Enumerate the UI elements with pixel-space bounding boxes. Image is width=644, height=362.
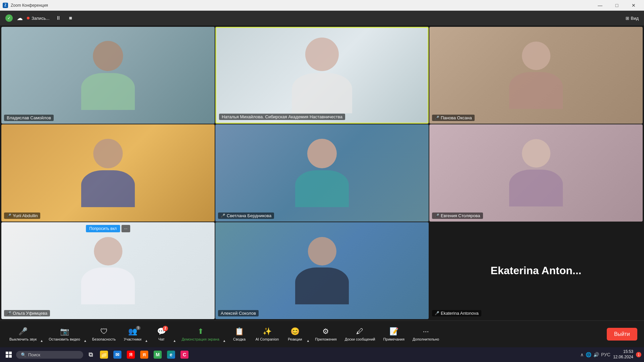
participant-name-olga: 🎤 Ольга Уфимцева bbox=[4, 310, 50, 316]
stop-recording-button[interactable]: ■ bbox=[67, 14, 74, 22]
cloud-icon: ☁ bbox=[17, 14, 23, 22]
notification-count[interactable]: 1 bbox=[636, 352, 641, 357]
titlebar-left: Z Zoom Конференция bbox=[3, 3, 48, 8]
mail-icon: ✉ bbox=[113, 351, 121, 359]
request-enable-button[interactable]: Попросить вкл bbox=[86, 225, 120, 232]
apps-button[interactable]: ⚙ Приложения bbox=[312, 326, 339, 343]
participant-name-yurii: 🎤 Yurii Abdullin bbox=[4, 213, 40, 219]
clock[interactable]: 15:53 12.06.2024 bbox=[613, 349, 633, 360]
close-button[interactable]: ✕ bbox=[626, 0, 641, 11]
ai-icon: ✨ bbox=[263, 327, 272, 336]
chat-icon: 💬 2 bbox=[157, 327, 166, 336]
ai-companion-button[interactable]: ✨ AI Companion bbox=[253, 326, 282, 343]
summary-icon: 📋 bbox=[235, 327, 244, 336]
titlebar: Z Zoom Конференция — □ ✕ bbox=[0, 0, 644, 11]
participant-name-svetlana: 🎤 Светлана Бердникова bbox=[218, 213, 274, 219]
search-placeholder: Поиск bbox=[28, 352, 40, 357]
participants-count: 9 bbox=[136, 326, 141, 330]
security-shield-icon[interactable]: ✓ bbox=[5, 14, 13, 22]
notes-label: Примечания bbox=[383, 337, 405, 341]
taskbar-right: ∧ 🌐 🔊 РУС 15:53 12.06.2024 1 bbox=[580, 349, 641, 360]
share-label: Демонстрация экрана bbox=[181, 337, 219, 341]
pause-recording-button[interactable]: ⏸ bbox=[54, 14, 63, 22]
participant-cell-svetlana: 🎤 Светлана Бердникова bbox=[215, 124, 429, 221]
search-bar[interactable]: 🔍 Поиск bbox=[16, 351, 83, 359]
zoom-toolbar-left: ✓ ☁ Запись... ⏸ ■ bbox=[5, 14, 74, 22]
edge-icon: e bbox=[167, 351, 175, 359]
mic-muted-icon-svetlana: 🎤 bbox=[221, 214, 225, 218]
date-display: 12.06.2024 bbox=[613, 355, 633, 360]
maximize-button[interactable]: □ bbox=[609, 0, 625, 11]
view-button[interactable]: ⊞ Вид bbox=[626, 16, 639, 21]
task-view-icon: ⧉ bbox=[87, 351, 95, 359]
chat-button[interactable]: 💬 2 Чат bbox=[151, 326, 172, 343]
whiteboard-label: Доски сообщений bbox=[345, 337, 375, 341]
start-button[interactable] bbox=[3, 349, 15, 361]
reactions-arrow[interactable]: ▲ bbox=[306, 339, 310, 343]
security-button[interactable]: 🛡 Безопасность bbox=[90, 326, 118, 343]
whiteboard-button[interactable]: 🖊 Доски сообщений bbox=[342, 326, 378, 343]
video-group: 📷 Остановить видео ▲ bbox=[46, 326, 87, 343]
leave-meeting-button[interactable]: Выйти bbox=[607, 328, 637, 341]
share-screen-button[interactable]: ⬆ Демонстрация экрана bbox=[179, 326, 222, 343]
participants-label: Участники bbox=[124, 337, 142, 341]
participant-cell-evgeniya: 🎤 Евгения Столярова bbox=[429, 124, 643, 221]
ai-label: AI Companion bbox=[256, 337, 279, 341]
microphone-icon: 🎤 bbox=[18, 327, 28, 336]
speaker-icon[interactable]: 🔊 bbox=[593, 352, 599, 357]
taskbar-edge[interactable]: e bbox=[165, 349, 177, 361]
taskbar-app7[interactable]: C bbox=[178, 349, 191, 361]
more-button[interactable]: ··· Дополнительно bbox=[410, 326, 442, 343]
taskbar-yandex[interactable]: Я bbox=[125, 349, 137, 361]
windows-logo-icon bbox=[6, 352, 12, 358]
yandex2-icon: Я bbox=[140, 351, 148, 359]
taskbar-mail[interactable]: ✉ bbox=[111, 349, 123, 361]
network-icon[interactable]: 🌐 bbox=[586, 352, 591, 357]
app7-icon: C bbox=[180, 351, 189, 359]
reactions-button[interactable]: 😊 Реакции bbox=[284, 326, 306, 343]
participant-name-panova: 🎤 Панова Оксана bbox=[432, 115, 475, 121]
mute-label: Выключить звук bbox=[9, 337, 37, 341]
participants-arrow[interactable]: ▲ bbox=[145, 339, 148, 343]
security-label: Безопасность bbox=[92, 337, 116, 341]
taskbar-explorer[interactable]: 📁 bbox=[98, 349, 110, 361]
participants-button[interactable]: 👥 9 Участники bbox=[121, 326, 144, 343]
recording-dot bbox=[27, 17, 30, 19]
summary-button[interactable]: 📋 Сводка bbox=[229, 326, 250, 343]
apps-icon: ⚙ bbox=[322, 327, 329, 336]
share-arrow[interactable]: ▲ bbox=[223, 339, 226, 343]
stop-video-button[interactable]: 📷 Остановить видео bbox=[46, 326, 83, 343]
video-arrow[interactable]: ▲ bbox=[84, 339, 87, 343]
participant-cell-yurii: 🎤 Yurii Abdullin bbox=[1, 124, 215, 221]
participant-cell-alexey: Алексей Соколов bbox=[215, 222, 429, 319]
participant-more-button[interactable]: ··· bbox=[121, 225, 130, 232]
mute-button[interactable]: 🎤 Выключить звук bbox=[7, 326, 39, 343]
notes-button[interactable]: 📝 Примечания bbox=[380, 326, 407, 343]
request-overlay: Попросить вкл ··· bbox=[86, 225, 130, 232]
chat-arrow[interactable]: ▲ bbox=[173, 339, 176, 343]
participants-icon: 👥 9 bbox=[128, 327, 137, 336]
taskbar-maps[interactable]: M bbox=[152, 349, 164, 361]
participant-name-evgeniya: 🎤 Евгения Столярова bbox=[432, 213, 483, 219]
shield-icon: 🛡 bbox=[100, 327, 108, 336]
language-indicator[interactable]: РУС bbox=[601, 352, 610, 357]
ekaterina-display-name: Ekaterina Anton... bbox=[491, 264, 582, 277]
zoom-app-icon: Z bbox=[3, 3, 8, 8]
taskbar-yandex2[interactable]: Я bbox=[138, 349, 150, 361]
mute-group: 🎤 Выключить звук ▲ bbox=[7, 326, 43, 343]
chat-group: 💬 2 Чат ▲ bbox=[151, 326, 176, 343]
participant-name-ekaterina: 🎤 Ekaterina Antonova bbox=[432, 310, 481, 316]
chat-badge: 2 bbox=[163, 326, 168, 331]
minimize-button[interactable]: — bbox=[592, 0, 608, 11]
video-grid: Владислав Самойлов Наталья Михайлова. Си… bbox=[0, 25, 644, 320]
participant-name-vladislav: Владислав Самойлов bbox=[4, 115, 54, 121]
participant-name-natalia: Наталья Михайлова. Сибирская Академия На… bbox=[219, 114, 345, 120]
whiteboard-icon: 🖊 bbox=[356, 327, 364, 336]
task-view-button[interactable]: ⧉ bbox=[85, 349, 97, 361]
tray-chevron[interactable]: ∧ bbox=[580, 352, 584, 357]
bottom-toolbar: 🎤 Выключить звук ▲ 📷 Остановить видео ▲ … bbox=[0, 320, 644, 347]
reactions-label: Реакции bbox=[288, 337, 302, 341]
taskbar-left: 🔍 Поиск ⧉ 📁 ✉ Я Я M e bbox=[3, 349, 191, 361]
mute-arrow[interactable]: ▲ bbox=[40, 339, 43, 343]
camera-icon: 📷 bbox=[60, 327, 69, 336]
